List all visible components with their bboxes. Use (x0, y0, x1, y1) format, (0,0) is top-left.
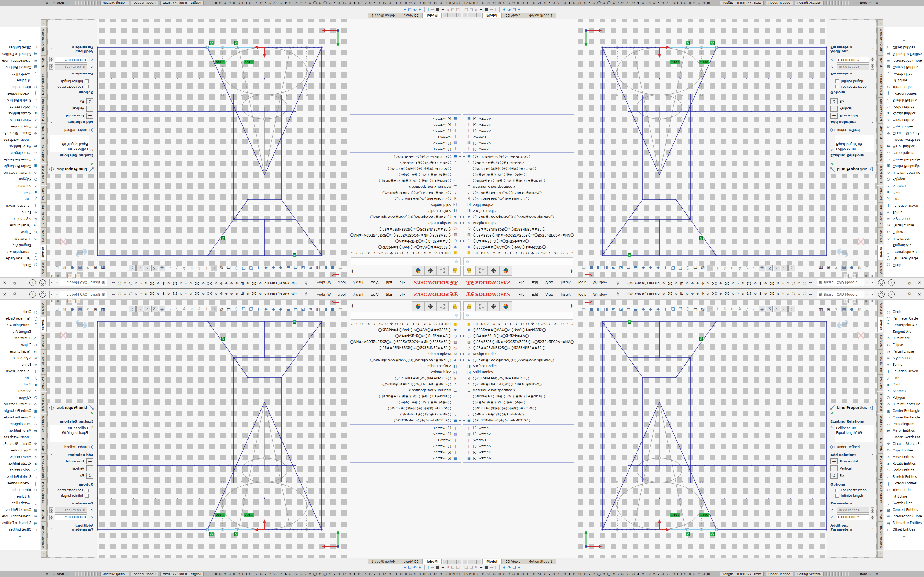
options-header[interactable]: Options⌃ (48, 90, 96, 96)
tree-row[interactable]: ▶■◯253ƐИΝΑ∩◦◯⊙◯◦∩ΑΝИƐ352◯ (349, 417, 462, 424)
tab-motion-study-1[interactable]: Motion Study 1 (524, 13, 556, 18)
menu-item-partial-ellipse[interactable]: ◔Partial Ellipse (884, 222, 924, 229)
tab-scroll-button[interactable]: › (472, 560, 477, 564)
search-button[interactable]: ⌕ (864, 279, 871, 286)
tab-scroll-button[interactable]: » (443, 13, 447, 17)
checkbox-icon[interactable] (835, 85, 839, 89)
menu-item-center-rectangle[interactable]: ▣Center Rectangle (0, 408, 40, 414)
length-field[interactable]: 10.88152731 (837, 507, 869, 513)
tree-row[interactable]: ◖◯25◦∩✻♟ΑΜ◯⊙◯ΜΑ♟✻∩◦52◯ (462, 375, 575, 381)
menu-item-copy-entities[interactable]: ⧉Copy Entities (0, 447, 40, 454)
account-icon[interactable] (39, 279, 46, 286)
menu-item-partial-ellipse[interactable]: ◔Partial Ellipse (0, 348, 40, 355)
menu-item-mirror-entities[interactable]: ⇄Mirror Entities (0, 427, 40, 434)
commandmanager-tab-sheet-metal[interactable]: Sheet Metal (41, 392, 47, 413)
menu-view[interactable]: View (370, 281, 379, 285)
tree-row[interactable]: ▦(-) Sketch6 (462, 116, 575, 122)
motion-folder-icon[interactable]: ❒ (408, 565, 412, 570)
tab-scroll-button[interactable]: ‹ (452, 560, 457, 564)
relations-listbox[interactable]: Collinear108 Equal length109 (835, 425, 874, 442)
restore-button[interactable]: ⧉ (908, 292, 911, 296)
menu-item-mirror-entities[interactable]: ⇄Mirror Entities (884, 427, 924, 434)
flyout-expand-arrow[interactable]: ❯ (351, 269, 354, 273)
menu-item-polygon[interactable]: ⎔Polygon (884, 176, 924, 183)
close-button[interactable]: × (3, 292, 6, 297)
tree-row[interactable]: ⌊Sketch3 (349, 134, 462, 140)
commandmanager-tab-markup[interactable]: Markup (877, 506, 883, 521)
menu-item-spline[interactable]: ∿Spline (884, 361, 924, 368)
menu-item-move-entities[interactable]: ➚Move Entities (884, 454, 924, 460)
expand-arrow-icon[interactable]: ▶ (462, 419, 466, 422)
tree-row[interactable]: ▦(-) Sketch6 (462, 455, 575, 461)
menu-item-spline[interactable]: ∿Spline (884, 209, 924, 216)
tree-row[interactable]: ▶⧉Design Binder (462, 351, 575, 357)
restore-button[interactable]: ⧉ (13, 281, 16, 285)
help-icon[interactable]: ? (29, 279, 36, 286)
minimize-button[interactable]: – (899, 281, 901, 285)
menu-file[interactable]: File (400, 281, 405, 285)
menu-item-perimeter-circle[interactable]: ◯Perimeter Circle (884, 255, 924, 262)
menu-item-line[interactable]: ╱Line (0, 374, 40, 381)
tree-row[interactable]: ▥◯25✥3Ɛ25◯ИΝ◉◦✥ƆϹƷΕ∪ƷΕ25◯⊙◯52ƷΕ∪ƷΕϹƆ✥◦◉Ν… (349, 232, 462, 238)
tab-nav-buttons[interactable]: «‹›» (443, 560, 461, 564)
collapse-chevron-icon[interactable]: ⌃ (872, 72, 874, 75)
appearance-gray-icon[interactable]: ❏ (464, 565, 468, 570)
menu-tools[interactable]: Tools (338, 292, 347, 297)
angle-field[interactable]: 0.00000000° (55, 514, 87, 520)
horizontal-relation-button[interactable]: —Horizontal (828, 458, 876, 465)
menu-item-equation-driven-curve[interactable]: ƒEquation Driven Curve (0, 368, 40, 374)
commandmanager-tab-data-migration[interactable]: Data Migration (877, 71, 883, 97)
menu-item-style-spline[interactable]: ∿Style Spline (884, 216, 924, 222)
tree-row[interactable]: ◨Surface Bodies (349, 363, 462, 369)
menu-item-extend-entities[interactable]: ┆Extend Entities (0, 90, 40, 97)
collapse-chevron-icon[interactable]: ⌃ (872, 502, 874, 505)
tab-scroll-button[interactable]: « (463, 13, 467, 17)
search-button[interactable]: ⌕ (53, 291, 60, 298)
minimize-button[interactable]: – (899, 292, 901, 296)
tab-3d-views[interactable]: 3D Views (400, 13, 423, 18)
collapse-chevron-icon[interactable]: ⌄ (50, 48, 52, 51)
tree-row[interactable]: ▦(-) Sketch2 (462, 140, 575, 146)
tree-row[interactable]: ▱◯✥Ƽϑ◦♟◯✻◉∣◯⊙◯∣◉✻◯♟◦ϑƼ✥◯ (462, 166, 575, 172)
table-grid-icon[interactable]: ▦ (485, 7, 488, 12)
collapse-chevron-icon[interactable]: ⌃ (50, 72, 52, 75)
edit-appearance-icon[interactable]: ✎ (446, 7, 449, 12)
search-input[interactable]: ▣ Search CAD Models (817, 291, 864, 298)
tree-row[interactable]: ▱◯✥ИΝ◉♟+◯✻◉∣◯⊙◯∣◉✻◯+♟◉ΝИ✥◯ (349, 393, 462, 399)
tree-row[interactable]: ▶⧉Design Binder (349, 351, 462, 357)
menu-tools[interactable]: Tools (578, 281, 586, 285)
tab-3d-views[interactable]: 3D Views (501, 13, 524, 18)
units-dropdown-arrow[interactable]: ▴ (869, 1, 871, 5)
tree-row[interactable]: ⌊(-) Sketch5 (462, 128, 575, 134)
menu-file[interactable]: File (519, 292, 524, 297)
vertical-relation-button[interactable]: ❘Vertical (828, 465, 876, 472)
parameters-header[interactable]: Parameters⌃ (828, 71, 876, 77)
menu-item-extend-entities[interactable]: ┆Extend Entities (884, 90, 924, 97)
equal-relation-badge[interactable]: =109 (244, 60, 254, 64)
section-lines-icon[interactable]: ≡ (441, 565, 444, 570)
restore-button[interactable]: ⧉ (908, 281, 911, 285)
commandmanager-tab-evaluate[interactable]: Evaluate (877, 186, 883, 203)
additional-parameters-header[interactable]: Additional Parameters⌄ (48, 522, 96, 532)
menu-item-equation-driven-curve[interactable]: ƒEquation Driven Curve (0, 203, 40, 209)
tree-row[interactable]: ▶A◯25ИΝ◉◦✥Α✥◉ИΝΑ◯⊙◯ΑΝИ◉✥Α✥◦◉ΝИ52◯ (349, 214, 462, 220)
relations-listbox[interactable]: Collinear108 Equal length109 (835, 135, 874, 152)
propertymanager-tab[interactable] (475, 266, 488, 276)
menu-item-sketch-fillet[interactable]: ◞Sketch Fillet (0, 500, 40, 506)
tree-row[interactable]: ★◯253Ɛ✥◉♟◯ΛΑΦ◯⊙◯ΦΑΛ◯♟◉✥Ɛ352◯ (349, 327, 462, 333)
ok-check-button[interactable]: ✔ (828, 161, 876, 167)
menu-item-spline[interactable]: ∿Spline (0, 361, 40, 368)
expand-arrow-icon[interactable]: ▶ (462, 335, 466, 337)
commandmanager-tab-surfaces[interactable]: Surfaces (41, 333, 47, 350)
tree-row[interactable]: ▱◯◦◉✥◯✻◉∣◯⊙◯∣◉✻◯✥◉◦◯ (462, 172, 575, 178)
commandmanager-tab-evaluate[interactable]: Evaluate (877, 374, 883, 391)
equal-relation-badge[interactable]: =109 (699, 513, 709, 517)
menu-item-ellipse[interactable]: ⊙Ellipse (884, 229, 924, 235)
move-gray-icon[interactable]: ⊷ (490, 565, 494, 570)
tree-row[interactable]: ▱◯✥ИΝ◉♟+◯✻◉∣◯⊙◯∣◉✻◯+♟◉ΝИ✥◯ (462, 178, 575, 184)
menu-item-equation-driven-curve[interactable]: ƒEquation Driven Curve (884, 203, 924, 209)
units-dropdown-arrow[interactable]: ▴ (869, 572, 871, 576)
settings-gear-icon[interactable]: ✱ (517, 565, 521, 570)
collapse-chevron-icon[interactable]: ⌄ (872, 48, 874, 51)
menu-item-perimeter-circle[interactable]: ◯Perimeter Circle (0, 255, 40, 262)
